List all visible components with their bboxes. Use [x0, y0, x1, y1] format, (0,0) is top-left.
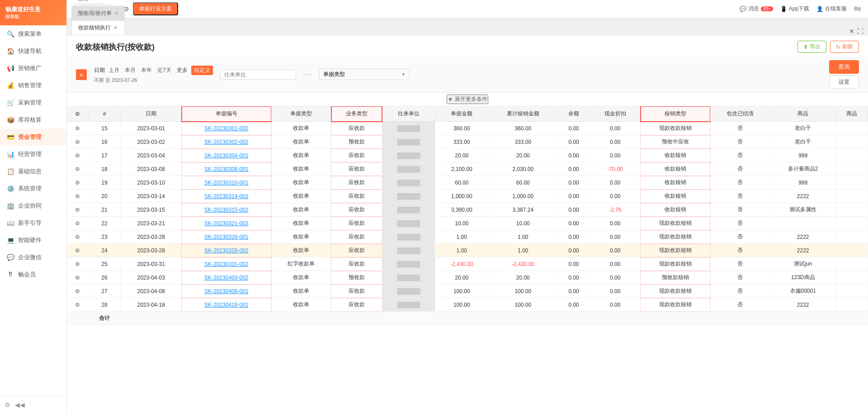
td-gear[interactable]: ⚙ — [67, 271, 89, 285]
settings-bottom-icon[interactable]: ⚙ — [5, 401, 10, 408]
query-btn[interactable]: 查询 — [829, 60, 859, 74]
td-gear[interactable]: ⚙ — [67, 244, 89, 257]
sidebar-item-corp[interactable]: 🏢 企业协同 — [0, 197, 66, 214]
online-service-btn[interactable]: 👤 在线客服 — [816, 5, 847, 13]
bill-no-link[interactable]: SK-20230408-001 — [204, 288, 248, 294]
close-window-icon[interactable]: ✕ — [849, 28, 854, 35]
filter-setting-btn[interactable]: 设置 — [829, 76, 859, 89]
bill-no-link[interactable]: SK-20230328-001 — [204, 234, 248, 240]
td-gear[interactable]: ⚙ — [67, 230, 89, 244]
sidebar-item-guide[interactable]: 📖 新手引导 — [0, 214, 66, 232]
td-bill_no[interactable]: SK-20230328-002 — [182, 244, 271, 257]
td-bill_no[interactable]: SK-20230310-001 — [182, 176, 271, 190]
td-bill_no[interactable]: SK-20230315-002 — [182, 203, 271, 217]
td-bill_no[interactable]: SK-20230321-003 — [182, 217, 271, 230]
td-bill_no[interactable]: SK-20230301-002 — [182, 122, 271, 135]
td-gear[interactable]: ⚙ — [67, 285, 89, 298]
sidebar-item-sales[interactable]: 💰 销售管理 — [0, 77, 66, 94]
message-btn[interactable]: 💬 消息 99+ — [740, 5, 773, 13]
sidebar-icon-fund: 💳 — [6, 133, 14, 141]
sidebar-item-purchase[interactable]: 🛒 采购管理 — [0, 94, 66, 111]
export-btn[interactable]: ⬆ 导出 — [797, 41, 826, 53]
sidebar-item-info[interactable]: 📋 基础信息 — [0, 163, 66, 180]
bill-no-link[interactable]: SK-20230302-002 — [204, 139, 248, 145]
more-date-btn[interactable]: 更多 — [175, 66, 189, 75]
sidebar-item-nav[interactable]: 🏠 快捷导航 — [0, 43, 66, 60]
tabbar-right: ✕ ⛶ — [849, 28, 863, 35]
td-bill_no[interactable]: SK-20230308-001 — [182, 162, 271, 176]
td-gear[interactable]: ⚙ — [67, 149, 89, 162]
td-bill_no[interactable]: SK-20230302-002 — [182, 135, 271, 149]
bill-no-link[interactable]: SK-20230304-001 — [204, 152, 248, 159]
tab-close-prepay[interactable]: ✕ — [114, 10, 118, 16]
td-gear[interactable]: ⚙ — [67, 298, 89, 312]
bill-no-link[interactable]: SK-20230418-001 — [204, 302, 248, 308]
td-partner: ██████ — [382, 285, 435, 298]
sidebar-icon-marketing: 📢 — [6, 64, 14, 72]
collapse-sidebar-icon[interactable]: ◀◀ — [15, 401, 25, 408]
td-gear[interactable]: ⚙ — [67, 203, 89, 217]
td-bill_no[interactable]: SK-20230314-001 — [182, 190, 271, 203]
td-include_clear: 否 — [710, 298, 770, 312]
td-gear[interactable]: ⚙ — [67, 257, 89, 271]
td-bill_no[interactable]: SK-20230331-002 — [182, 257, 271, 271]
td-gear[interactable]: ⚙ — [67, 217, 89, 230]
bill-no-link[interactable]: SK-20230314-001 — [204, 193, 248, 199]
sidebar-item-wechat[interactable]: 💬 企业微信 — [0, 249, 66, 266]
refresh-btn[interactable]: ↻ 刷新 — [830, 41, 859, 53]
td-bill_no[interactable]: SK-20230403-002 — [182, 271, 271, 285]
sidebar-item-marketing[interactable]: 📢 营销推广 — [0, 60, 66, 77]
td-cancel_type: 收款核销 — [641, 149, 710, 162]
industry-btn[interactable]: 体验行业方案 — [133, 2, 178, 15]
sidebar-item-system[interactable]: ⚙️ 系统管理 — [0, 180, 66, 197]
sidebar-item-stock[interactable]: 📦 库存核算 — [0, 111, 66, 128]
custom-date-btn[interactable]: 自定义 — [191, 66, 213, 75]
td-accum_amount: 20.00 — [488, 149, 558, 162]
filter-toggle-btn[interactable]: » — [76, 69, 87, 80]
sidebar-item-hardware[interactable]: 💻 智能硬件 — [0, 232, 66, 249]
bill-type-select[interactable]: 单据类型 ▼ — [319, 69, 410, 80]
td-bill_no[interactable]: SK-20230408-001 — [182, 285, 271, 298]
sidebar-label-nav: 快捷导航 — [18, 47, 42, 55]
service-label: 在线客服 — [825, 5, 847, 13]
last-month-btn[interactable]: 上月 — [107, 66, 121, 75]
td-gear[interactable]: ⚙ — [67, 135, 89, 149]
th-date: 日期 — [120, 106, 182, 122]
last-7days-btn[interactable]: 近7天 — [156, 66, 173, 75]
tab-prepay[interactable]: 预收/应收付单✕ — [71, 6, 125, 20]
td-bill_no[interactable]: SK-20230418-001 — [182, 298, 271, 312]
tab-close-collect[interactable]: ✕ — [113, 25, 118, 31]
tab-collect[interactable]: 收款核销执行✕ — [71, 20, 125, 35]
th-gear[interactable]: ⚙ — [67, 106, 89, 122]
bill-no-link[interactable]: SK-20230310-001 — [204, 180, 248, 186]
app-download-btn[interactable]: 📱 App下载 — [780, 5, 809, 13]
bill-no-link[interactable]: SK-20230403-002 — [204, 275, 248, 281]
this-month-btn[interactable]: 本月 — [123, 66, 137, 75]
bill-no-link[interactable]: SK-20230331-002 — [204, 261, 248, 267]
bill-no-link[interactable]: SK-20230308-001 — [204, 166, 248, 172]
sidebar-icon-hardware: 💻 — [6, 236, 14, 244]
td-bill_no[interactable]: SK-20230328-001 — [182, 230, 271, 244]
bill-no-link[interactable]: SK-20230301-002 — [204, 125, 248, 132]
td-footer — [836, 312, 868, 325]
td-gear[interactable]: ⚙ — [67, 122, 89, 135]
tab-home[interactable]: 首页 — [71, 0, 125, 6]
partner-input[interactable] — [220, 70, 296, 80]
sidebar-item-fund[interactable]: 💳 资金管理 — [0, 128, 66, 146]
filter-more-dots[interactable]: ··· — [303, 71, 312, 79]
td-gear[interactable]: ⚙ — [67, 176, 89, 190]
sidebar-item-member[interactable]: 🎖 畅会员 — [0, 266, 66, 283]
table-footer-row: 合计 — [67, 312, 868, 325]
sidebar-item-search[interactable]: 🔍 搜索菜单 — [0, 25, 66, 43]
this-year-btn[interactable]: 本年 — [139, 66, 154, 75]
td-num: 16 — [89, 135, 121, 149]
bill-no-link[interactable]: SK-20230328-002 — [204, 247, 248, 254]
bill-no-link[interactable]: SK-20230321-003 — [204, 220, 248, 227]
expand-more-btn[interactable]: ▼ 展开更多条件 — [447, 95, 488, 104]
td-gear[interactable]: ⚙ — [67, 190, 89, 203]
td-bill_no[interactable]: SK-20230304-001 — [182, 149, 271, 162]
sidebar-item-ops[interactable]: 📊 经营管理 — [0, 146, 66, 163]
td-gear[interactable]: ⚙ — [67, 162, 89, 176]
maximize-window-icon[interactable]: ⛶ — [857, 28, 863, 35]
bill-no-link[interactable]: SK-20230315-002 — [204, 207, 248, 213]
